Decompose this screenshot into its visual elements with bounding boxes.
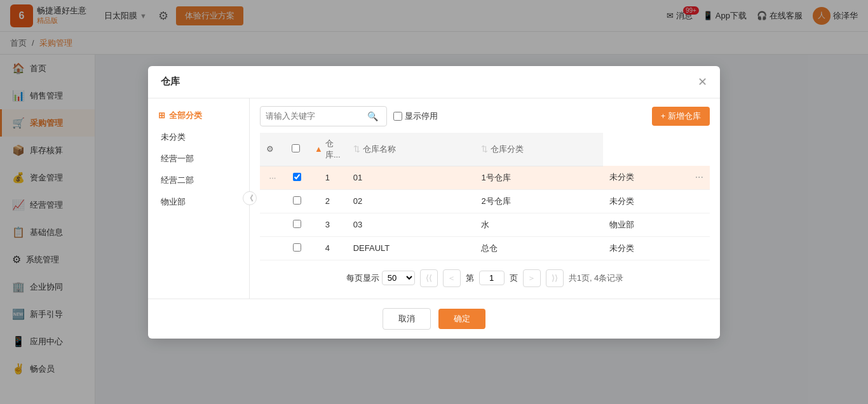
dialog-title: 仓库 xyxy=(161,76,180,88)
dialog-header: 仓库 ✕ xyxy=(148,66,720,98)
row-name: 总仓 xyxy=(475,236,603,260)
dialog-overlay: 仓库 ✕ ⊞ 全部分类 未分类 经营一部 经营二部 物业部 《 xyxy=(0,0,868,404)
prev-page-button[interactable]: ＜ xyxy=(443,269,461,287)
table-panel: 🔍 显示停用 + 新增仓库 ⚙ xyxy=(250,98,720,299)
all-category[interactable]: ⊞ 全部分类 xyxy=(148,105,249,126)
col-code-label: 仓库... xyxy=(325,138,341,161)
search-icon[interactable]: 🔍 xyxy=(367,111,378,121)
row-checkbox-cell xyxy=(285,189,308,213)
col-name-label: 仓库名称 xyxy=(363,144,396,155)
page-input[interactable] xyxy=(479,271,505,285)
per-page-dropdown[interactable]: 10 20 50 100 xyxy=(382,271,415,285)
search-input[interactable] xyxy=(266,111,367,121)
category-item[interactable]: 物业部 xyxy=(148,191,249,213)
last-page-button[interactable]: ⟩⟩ xyxy=(546,269,564,287)
row-code: 03 xyxy=(347,213,475,236)
per-page-label: 每页显示 xyxy=(346,273,379,284)
category-item[interactable]: 经营一部 xyxy=(148,148,249,170)
row-code: DEFAULT xyxy=(347,236,475,260)
category-item[interactable]: 未分类 xyxy=(148,126,249,148)
col-checkbox-header xyxy=(285,133,308,166)
col-name-icon: ⇅ xyxy=(353,144,360,154)
confirm-button[interactable]: 确定 xyxy=(438,309,485,329)
row-checkbox[interactable] xyxy=(293,173,301,181)
row-name: 1号仓库 xyxy=(475,166,603,189)
row-checkbox-cell xyxy=(285,213,308,236)
search-box: 🔍 xyxy=(260,106,387,126)
row-more-icon[interactable]: ··· xyxy=(695,172,703,183)
table-row[interactable]: 4 DEFAULT 总仓 未分类 xyxy=(260,236,710,260)
row-actions: ··· xyxy=(260,166,285,189)
row-number: 1 xyxy=(308,166,347,189)
table-row[interactable]: 3 03 水 物业部 xyxy=(260,213,710,236)
dialog-body: ⊞ 全部分类 未分类 经营一部 经营二部 物业部 《 🔍 xyxy=(148,98,720,299)
row-category: 物业部 xyxy=(603,213,710,236)
all-category-label: 全部分类 xyxy=(169,110,202,121)
collapse-panel-button[interactable]: 《 xyxy=(243,191,257,205)
category-item[interactable]: 经营二部 xyxy=(148,170,249,191)
select-all-checkbox[interactable] xyxy=(292,144,300,152)
show-disabled-checkbox[interactable] xyxy=(393,112,402,121)
table-body: ··· 1 01 1号仓库 未分类··· 2 02 2号仓库 未分类 3 03 … xyxy=(260,166,710,260)
row-checkbox-cell xyxy=(285,236,308,260)
row-number: 3 xyxy=(308,213,347,236)
col-gear: ⚙ xyxy=(260,133,285,166)
col-num-header: ▲ 仓库... xyxy=(308,133,347,166)
first-page-button[interactable]: ⟨⟨ xyxy=(420,269,438,287)
close-icon[interactable]: ✕ xyxy=(698,75,707,89)
grid-icon: ⊞ xyxy=(158,111,165,120)
next-page-button[interactable]: ＞ xyxy=(523,269,541,287)
row-category: 未分类 xyxy=(603,189,710,213)
warehouse-dialog: 仓库 ✕ ⊞ 全部分类 未分类 经营一部 经营二部 物业部 《 xyxy=(148,66,720,339)
row-number: 4 xyxy=(308,236,347,260)
row-checkbox[interactable] xyxy=(293,196,301,205)
col-code-icon: ▲ xyxy=(315,144,323,154)
row-checkbox-cell xyxy=(285,166,308,189)
category-panel: ⊞ 全部分类 未分类 经营一部 经营二部 物业部 《 xyxy=(148,98,250,299)
more-icon: ··· xyxy=(269,173,276,182)
table-header: ⚙ ▲ 仓库... xyxy=(260,133,710,166)
row-number: 2 xyxy=(308,189,347,213)
warehouse-table: ⚙ ▲ 仓库... xyxy=(260,133,710,260)
cancel-button[interactable]: 取消 xyxy=(383,308,431,330)
row-actions xyxy=(260,189,285,213)
show-disabled-label: 显示停用 xyxy=(405,111,438,122)
row-code: 01 xyxy=(347,166,475,189)
row-actions xyxy=(260,213,285,236)
row-category: 未分类··· xyxy=(603,166,710,189)
table-row[interactable]: 2 02 2号仓库 未分类 xyxy=(260,189,710,213)
col-cat-icon: ⇅ xyxy=(481,144,488,154)
col-name-header: ⇅ 仓库名称 xyxy=(347,133,475,166)
add-warehouse-button[interactable]: + 新增仓库 xyxy=(652,107,710,126)
col-category-label: 仓库分类 xyxy=(491,144,524,155)
table-row[interactable]: ··· 1 01 1号仓库 未分类··· xyxy=(260,166,710,189)
page-unit: 页 xyxy=(510,273,518,284)
row-code: 02 xyxy=(347,189,475,213)
row-name: 2号仓库 xyxy=(475,189,603,213)
show-disabled-toggle[interactable]: 显示停用 xyxy=(393,111,438,122)
per-page-select: 每页显示 10 20 50 100 xyxy=(346,271,415,285)
row-name: 水 xyxy=(475,213,603,236)
table-container: ⚙ ▲ 仓库... xyxy=(260,133,710,260)
total-count: 共1页, 4条记录 xyxy=(569,273,624,284)
pagination: 每页显示 10 20 50 100 ⟨⟨ ＜ 第 页 ＞ ⟩⟩ xyxy=(260,260,710,291)
row-category: 未分类 xyxy=(603,236,710,260)
row-checkbox[interactable] xyxy=(293,243,301,252)
dialog-footer: 取消 确定 xyxy=(148,299,720,339)
row-checkbox[interactable] xyxy=(293,220,301,228)
table-toolbar: 🔍 显示停用 + 新增仓库 xyxy=(260,106,710,126)
row-actions xyxy=(260,236,285,260)
page-label: 第 xyxy=(466,273,474,284)
col-category-header: ⇅ 仓库分类 xyxy=(475,133,603,166)
